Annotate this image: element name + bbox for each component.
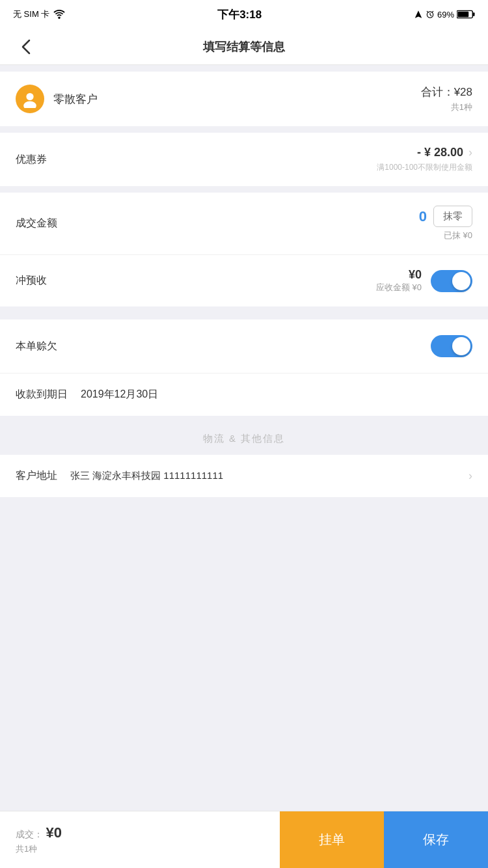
coupon-desc: 满1000-100不限制使用金额 <box>377 162 472 173</box>
debt-label: 本单赊欠 <box>16 340 57 353</box>
address-chevron-icon: › <box>468 469 472 483</box>
due-date-label: 收款到期日 <box>16 388 68 401</box>
coupon-value-row: - ¥ 28.00 › <box>417 146 472 159</box>
debt-row: 本单赊欠 <box>0 319 488 373</box>
transaction-value-area: 抹零 已抹 ¥0 <box>375 206 472 241</box>
alarm-icon <box>426 10 435 19</box>
content: 零散客户 合计：¥28 共1种 优惠券 - ¥ 28.00 › 满1000-10… <box>0 72 488 686</box>
battery-icon <box>457 10 475 19</box>
address-section: 客户地址 张三 海淀永丰科技园 11111111111 › <box>0 455 488 497</box>
coupon-discount: - ¥ 28.00 <box>417 146 463 159</box>
pre-receive-right: ¥0 应收金额 ¥0 <box>376 268 472 293</box>
coupon-right: - ¥ 28.00 › 满1000-100不限制使用金额 <box>377 146 472 173</box>
transaction-amount-row: 成交金额 抹零 已抹 ¥0 <box>0 193 488 255</box>
coupon-row[interactable]: 优惠券 - ¥ 28.00 › 满1000-100不限制使用金额 <box>0 133 488 186</box>
no-sim-text: 无 SIM 卡 <box>13 8 49 20</box>
pre-receive-toggle[interactable] <box>431 270 472 292</box>
bottom-buttons: 挂单 保存 <box>280 811 488 868</box>
logistics-divider: 物流 & 其他信息 <box>0 422 488 455</box>
bottom-deal-label: 成交： <box>16 829 43 839</box>
address-row[interactable]: 客户地址 张三 海淀永丰科技园 11111111111 › <box>0 455 488 497</box>
transaction-sub: 已抹 ¥0 <box>444 230 472 241</box>
due-date-row: 收款到期日 2019年12月30日 <box>0 373 488 416</box>
hang-order-button[interactable]: 挂单 <box>280 811 384 868</box>
transaction-label: 成交金额 <box>16 217 57 230</box>
svg-point-4 <box>26 93 33 100</box>
location-icon <box>414 10 423 19</box>
svg-point-5 <box>23 102 36 109</box>
bottom-amount: ¥0 <box>46 824 61 841</box>
back-button[interactable] <box>13 34 39 60</box>
debt-toggle[interactable] <box>431 335 472 357</box>
transaction-section: 成交金额 抹零 已抹 ¥0 冲预收 ¥0 应收金额 ¥0 <box>0 193 488 306</box>
svg-rect-3 <box>457 12 468 17</box>
logistics-label: 物流 & 其他信息 <box>203 433 285 445</box>
customer-left: 零散客户 <box>16 85 98 113</box>
divider-1 <box>0 126 488 133</box>
bottom-info: 成交： ¥0 共1种 <box>0 824 280 855</box>
save-button[interactable]: 保存 <box>384 811 488 868</box>
coupon-section: 优惠券 - ¥ 28.00 › 满1000-100不限制使用金额 <box>0 133 488 186</box>
bottom-bar: 成交： ¥0 共1种 挂单 保存 <box>0 811 488 868</box>
address-label: 客户地址 <box>16 469 57 483</box>
debt-section: 本单赊欠 收款到期日 2019年12月30日 <box>0 319 488 416</box>
status-time: 下午3:18 <box>217 7 262 22</box>
bottom-count: 共1种 <box>16 843 264 855</box>
pre-receive-slider <box>431 270 472 292</box>
due-date-value: 2019年12月30日 <box>81 388 158 401</box>
status-left: 无 SIM 卡 <box>13 8 65 20</box>
page-title: 填写结算等信息 <box>39 39 449 55</box>
coupon-chevron-icon: › <box>468 146 472 159</box>
round-zero-button[interactable]: 抹零 <box>433 206 472 227</box>
pre-receive-sub: 应收金额 ¥0 <box>376 282 422 293</box>
customer-total: 合计：¥28 共1种 <box>421 85 472 113</box>
customer-section: 零散客户 合计：¥28 共1种 <box>0 72 488 126</box>
empty-space <box>0 497 488 627</box>
total-amount: 合计：¥28 <box>421 85 472 100</box>
pre-receive-amount: ¥0 <box>376 268 422 282</box>
pre-receive-label: 冲预收 <box>16 274 47 288</box>
wifi-icon <box>53 10 65 19</box>
transaction-input[interactable] <box>375 208 427 225</box>
battery-text: 69% <box>437 10 454 20</box>
bottom-deal-row: 成交： ¥0 <box>16 824 264 841</box>
coupon-label: 优惠券 <box>16 153 47 167</box>
nav-bar: 填写结算等信息 <box>0 29 488 65</box>
pre-receive-values: ¥0 应收金额 ¥0 <box>376 268 422 293</box>
divider-4 <box>0 416 488 422</box>
customer-avatar <box>16 85 44 113</box>
total-count: 共1种 <box>421 102 472 113</box>
divider-2 <box>0 186 488 193</box>
status-right: 69% <box>414 10 475 20</box>
status-bar: 无 SIM 卡 下午3:18 69% <box>0 0 488 29</box>
customer-name: 零散客户 <box>53 92 98 107</box>
svg-rect-2 <box>473 12 475 16</box>
divider-3 <box>0 306 488 313</box>
debt-slider <box>431 335 472 357</box>
transaction-input-row: 抹零 <box>375 206 472 227</box>
pre-receive-row: 冲预收 ¥0 应收金额 ¥0 <box>0 255 488 306</box>
address-value: 张三 海淀永丰科技园 11111111111 <box>70 470 455 482</box>
